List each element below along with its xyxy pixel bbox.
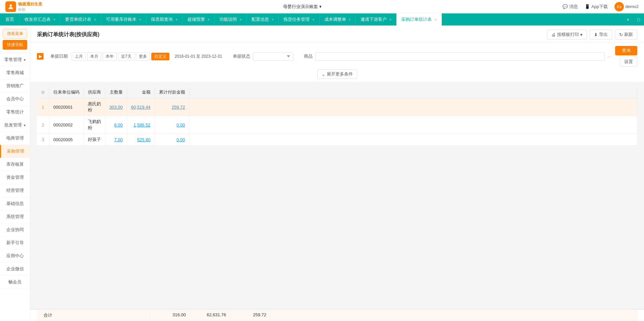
row-supplier: 飞鹤奶粉 — [84, 116, 105, 134]
sidebar-item-purchase[interactable]: 采购管理 — [0, 145, 30, 158]
app-download-btn[interactable]: 📱 App下载 — [585, 4, 608, 10]
top-right: 💬 消息 📱 App下载 Ea demo2 — [562, 2, 639, 11]
tab-config[interactable]: 配置信息 × — [247, 13, 279, 25]
settings-btn[interactable]: 设置 — [620, 57, 637, 67]
filter-row-1: ▶ 单据日期 上月 本月 本年 近7天 更多 自定义 2016-01-01 至 … — [37, 46, 637, 67]
main-layout: 搜索菜单 快捷导航 零售管理 ▾ 零售商城 营销推广 会员中心 零售统计 批发管… — [0, 25, 644, 321]
close-icon[interactable]: × — [239, 17, 241, 21]
sidebar-member-label: 会员中心 — [6, 96, 24, 101]
row-extra — [189, 98, 637, 116]
sidebar-item-basic[interactable]: 基础信息 — [0, 197, 30, 210]
sidebar-item-member[interactable]: 会员中心 — [0, 93, 30, 106]
row-qty: 7.00 — [105, 134, 127, 146]
chevron-down-icon: ▾ — [24, 123, 25, 127]
settings-icon[interactable]: ⚙ — [41, 90, 45, 95]
close-icon[interactable]: × — [175, 17, 177, 21]
svg-point-0 — [10, 4, 12, 7]
tab-collect[interactable]: 收发存汇总表 × — [20, 13, 60, 25]
sidebar-basic-label: 基础信息 — [6, 201, 24, 206]
tab-inventory-book-label: 可用量库存账本 — [106, 16, 137, 22]
tab-purchase-stat[interactable]: 采购订单统计表 × — [396, 13, 441, 25]
row-code: 00020002 — [49, 116, 84, 134]
message-icon: 💬 — [562, 4, 568, 9]
maximize-btn[interactable]: □ — [633, 13, 644, 25]
printer-icon: 🖨 — [551, 32, 556, 37]
close-icon[interactable]: × — [272, 17, 274, 21]
sidebar-item-inventory[interactable]: 库存核算 — [0, 158, 30, 171]
sidebar-retail-shop-label: 零售商城 — [6, 70, 24, 75]
refresh-btn[interactable]: ↻ 刷新 — [615, 30, 637, 40]
app-download-label: App下载 — [591, 4, 608, 10]
content-area: 采购订单统计表(按供应商) 🖨 按模板打印 ▾ ⬇ 导出 ↻ 刷新 — [30, 25, 644, 321]
table-header-row: ⚙ 往来单位编码 供应商 主数量 金额 累计付款金额 — [37, 87, 637, 98]
close-icon[interactable]: × — [53, 17, 55, 21]
close-icon[interactable]: × — [208, 17, 210, 21]
filter-goods: 商品 ··· — [304, 52, 611, 61]
status-select[interactable] — [253, 52, 293, 61]
this-month-btn[interactable]: 本月 — [87, 52, 101, 61]
tab-expiry[interactable]: 保质期查询 × — [146, 13, 182, 25]
sidebar-item-retail[interactable]: 零售管理 ▾ — [0, 53, 30, 66]
close-icon[interactable]: × — [94, 17, 96, 21]
sidebar-item-app-center[interactable]: 应用中心 — [0, 250, 30, 263]
row-no: 2 — [37, 116, 49, 134]
sidebar-ops-label: 经营管理 — [6, 188, 24, 193]
close-icon[interactable]: × — [349, 17, 351, 21]
sidebar-guide-label: 新手引导 — [6, 240, 24, 245]
message-btn[interactable]: 💬 消息 — [562, 4, 578, 10]
close-icon[interactable]: × — [312, 17, 314, 21]
tab-over-stock[interactable]: 超储预警 × — [183, 13, 215, 25]
col-code: 往来单位编码 — [49, 87, 84, 98]
export-btn[interactable]: ⬇ 导出 — [590, 30, 612, 40]
sidebar-item-sys[interactable]: 系统管理 — [0, 210, 30, 223]
tab-cost-adj[interactable]: 成本调整单 × — [320, 13, 356, 25]
tab-home[interactable]: 首页 — [0, 13, 20, 25]
user-area[interactable]: Ea demo2 — [614, 2, 639, 11]
last-month-btn[interactable]: 上月 — [72, 52, 86, 61]
sidebar-item-guide[interactable]: 新手引导 — [0, 236, 30, 250]
date-label: 单据日期 — [50, 53, 68, 59]
tab-pick-task[interactable]: 拣货任务管理 × — [279, 13, 319, 25]
more-icon[interactable]: ··· — [607, 54, 611, 59]
tab-inventory-book[interactable]: 可用量库存账本 × — [101, 13, 146, 25]
footer-paid: 259.72 — [230, 310, 271, 321]
download-icon: 📱 — [585, 4, 590, 9]
last-7-days-btn[interactable]: 近7天 — [118, 52, 135, 61]
close-all-btn[interactable]: × — [623, 13, 634, 25]
quick-nav-btn[interactable]: 快捷导航 — [3, 40, 27, 50]
more-dates-btn[interactable]: 更多 — [136, 52, 150, 61]
sidebar-item-finance[interactable]: 资金管理 — [0, 171, 30, 184]
sidebar-item-retail-stat[interactable]: 零售统计 — [0, 106, 30, 119]
sidebar-item-wechat[interactable]: 企业微信 — [0, 263, 30, 276]
footer-extra — [271, 310, 637, 321]
maximize-icon: □ — [637, 17, 640, 22]
sidebar-item-wholesale[interactable]: 批发管理 ▾ — [0, 119, 30, 132]
sidebar-item-ecom[interactable]: 电商管理 — [0, 132, 30, 145]
sidebar-item-marketing[interactable]: 营销推广 — [0, 79, 30, 93]
tab-goods-stat-label: 要货单统计表 — [65, 16, 91, 22]
close-icon[interactable]: × — [389, 17, 391, 21]
search-menu-btn[interactable]: 搜索菜单 — [3, 29, 27, 39]
sidebar-item-retail-shop[interactable]: 零售商城 — [0, 66, 30, 79]
sidebar-wholesale-label: 批发管理 — [4, 122, 22, 127]
close-icon[interactable]: × — [139, 17, 141, 21]
template-print-btn[interactable]: 🖨 按模板打印 ▾ — [547, 30, 587, 40]
refresh-label: 刷新 — [624, 32, 633, 38]
goods-input[interactable] — [315, 52, 605, 61]
sidebar-item-member2[interactable]: 畅会员 — [0, 276, 30, 289]
expand-more-btn[interactable]: ⌄ 展开更多条件 — [317, 69, 357, 79]
sidebar-item-corp[interactable]: 企业协同 — [0, 223, 30, 236]
query-btn[interactable]: 查询 — [615, 46, 637, 55]
sidebar-item-ops[interactable]: 经营管理 — [0, 184, 30, 197]
filter-toggle-btn[interactable]: ▶ — [37, 53, 44, 60]
workspace-selector[interactable]: 母婴行业演示账套 ▾ — [283, 4, 322, 10]
close-icon[interactable]: × — [434, 17, 436, 21]
this-year-btn[interactable]: 本年 — [103, 52, 117, 61]
tab-goods-stat[interactable]: 要货单统计表 × — [60, 13, 101, 25]
row-supplier: 好孩子 — [84, 134, 105, 146]
tab-invite[interactable]: 邀请下游客户 × — [356, 13, 396, 25]
tab-func-desc[interactable]: 功能说明 × — [215, 13, 247, 25]
template-print-label: 按模板打印 — [557, 32, 579, 38]
chevron-down-icon: ⌄ — [322, 72, 325, 77]
chevron-down-icon: ▾ — [580, 32, 583, 37]
